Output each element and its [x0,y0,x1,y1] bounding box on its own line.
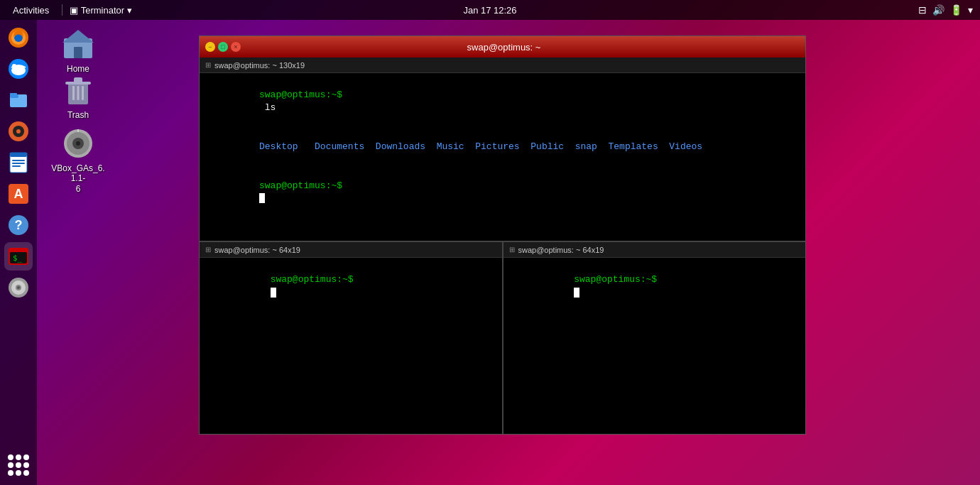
software-center-icon: A [7,182,30,205]
svg-rect-33 [74,77,82,83]
vbox-icon [61,126,95,160]
dock-icon-files[interactable] [4,86,33,114]
term-line-2: Desktop Documents Downloads Music Pictur… [204,128,801,167]
firefox-icon [7,26,30,49]
rhythmbox-icon [7,120,30,143]
svg-rect-13 [10,153,27,157]
pane-bottom-right-tab-icon: ⊞ [509,246,515,254]
chevron-down-icon: ▾ [127,5,132,16]
topbar-datetime: Jan 17 12:26 [463,5,516,16]
dock-icon-help[interactable]: ? [4,211,33,239]
dock-icon-terminator[interactable]: $_ [4,242,33,271]
battery-icon[interactable]: 🔋 [950,4,962,16]
pane-top-tab: ⊞ swap@optimus: ~ 130x19 [200,58,805,73]
thunderbird-icon [7,58,30,80]
dvd-icon [7,276,30,299]
svg-point-11 [16,129,21,133]
desktop-icon-home[interactable]: Home [50,27,107,74]
svg-rect-36 [82,86,84,100]
close-button[interactable]: × [231,42,241,52]
home-icon [61,27,95,61]
term-br-line-1: swap@optimus:~$ [508,261,802,312]
sound-icon[interactable]: 🔊 [932,4,944,16]
svg-rect-14 [12,160,25,161]
libreoffice-writer-icon [7,151,30,174]
svg-point-5 [12,64,16,68]
dock-icon-dvd[interactable] [4,273,33,302]
dock: A ? $_ [0,20,37,485]
dock-icon-thunderbird[interactable] [4,55,33,83]
term-cursor-br [574,288,579,298]
term-bl-line-1: swap@optimus:~$ [204,261,498,312]
maximize-button[interactable]: □ [218,42,228,52]
term-prompt-2: swap@optimus:~$ [259,180,342,191]
trash-icon [61,73,95,107]
pane-bottom-left-tab-icon: ⊞ [205,246,211,254]
pane-bottom-right-content[interactable]: swap@optimus:~$ [503,258,806,434]
term-bl-prompt: swap@optimus:~$ [271,274,354,285]
svg-rect-30 [74,47,82,58]
term-ls-output: Desktop Documents Downloads Music Pictur… [259,141,702,152]
svg-text:A: A [14,187,23,201]
terminal-panes: ⊞ swap@optimus: ~ 130x19 swap@optimus:~$… [200,58,805,434]
terminal-pane-top[interactable]: ⊞ swap@optimus: ~ 130x19 swap@optimus:~$… [200,58,805,242]
terminal-icon: ▣ [70,5,78,16]
pane-top-content[interactable]: swap@optimus:~$ ls Desktop Documents Dow… [200,73,805,241]
network-icon[interactable]: ⊟ [918,4,927,16]
pane-bottom-right-tab: ⊞ swap@optimus: ~ 64x19 [503,242,806,258]
terminator-menu[interactable]: ▣ Terminator ▾ [70,5,131,16]
topbar-left: Activities ▣ Terminator ▾ [7,4,132,16]
svg-text:?: ? [15,218,23,232]
terminator-icon: $_ [7,245,30,268]
dock-icon-libreoffice-writer[interactable] [4,148,33,177]
dock-icon-firefox[interactable] [4,23,33,52]
terminal-title: swap@optimus: ~ [241,42,767,53]
svg-rect-16 [12,165,21,167]
terminal-window: − □ × swap@optimus: ~ ⊞ swap@optimus: ~ … [199,36,806,435]
system-menu-icon[interactable]: ▾ [968,4,973,16]
pane-bottom-left-content[interactable]: swap@optimus:~$ [200,258,502,434]
dock-icon-rhythmbox[interactable] [4,117,33,146]
svg-rect-35 [77,86,80,100]
terminal-titlebar: − □ × swap@optimus: ~ [200,36,805,58]
terminal-pane-bottom-right[interactable]: ⊞ swap@optimus: ~ 64x19 swap@optimus:~$ [503,242,806,434]
term-br-prompt: swap@optimus:~$ [574,274,657,285]
term-cmd: ls [259,102,276,113]
svg-marker-29 [62,30,94,43]
term-line-3: swap@optimus:~$ [204,166,801,218]
svg-point-27 [17,286,20,289]
files-icon [7,89,30,111]
pane-top-tab-label: swap@optimus: ~ 130x19 [214,61,305,70]
topbar: Activities ▣ Terminator ▾ Jan 17 12:26 ⊟… [0,0,980,20]
svg-point-40 [76,141,80,146]
term-line-1: swap@optimus:~$ ls [204,76,801,128]
pane-bottom-right-tab-label: swap@optimus: ~ 64x19 [518,246,604,254]
pane-bottom-left-tab: ⊞ swap@optimus: ~ 64x19 [200,242,502,258]
activities-button[interactable]: Activities [7,5,55,16]
term-cursor-top [259,193,265,203]
vbox-label: VBox_GAs_6.1.1- 6 [50,163,107,194]
desktop-icon-trash[interactable]: Trash [50,73,107,120]
svg-text:$_: $_ [13,254,23,263]
pane-bottom-left-tab-label: swap@optimus: ~ 64x19 [214,246,300,254]
trash-label: Trash [67,110,89,120]
help-icon: ? [7,214,30,236]
terminal-pane-bottom-row: ⊞ swap@optimus: ~ 64x19 swap@optimus:~$ … [200,242,805,434]
svg-rect-8 [10,93,17,96]
dock-icon-software-center[interactable]: A [4,180,33,208]
term-cursor-bl [271,288,276,298]
svg-rect-34 [72,86,75,100]
window-controls: − □ × [205,42,241,52]
term-prompt-1: swap@optimus:~$ [259,89,342,100]
minimize-button[interactable]: − [205,42,215,52]
topbar-right: ⊟ 🔊 🔋 ▾ [918,4,973,16]
desktop-icon-vbox[interactable]: VBox_GAs_6.1.1- 6 [50,126,107,194]
topbar-separator [62,4,62,16]
dots-grid-icon [8,454,29,476]
svg-rect-15 [12,163,25,164]
show-apps-button[interactable] [4,451,33,479]
terminal-pane-bottom-left[interactable]: ⊞ swap@optimus: ~ 64x19 swap@optimus:~$ [200,242,503,434]
pane-top-tab-icon: ⊞ [205,61,211,69]
